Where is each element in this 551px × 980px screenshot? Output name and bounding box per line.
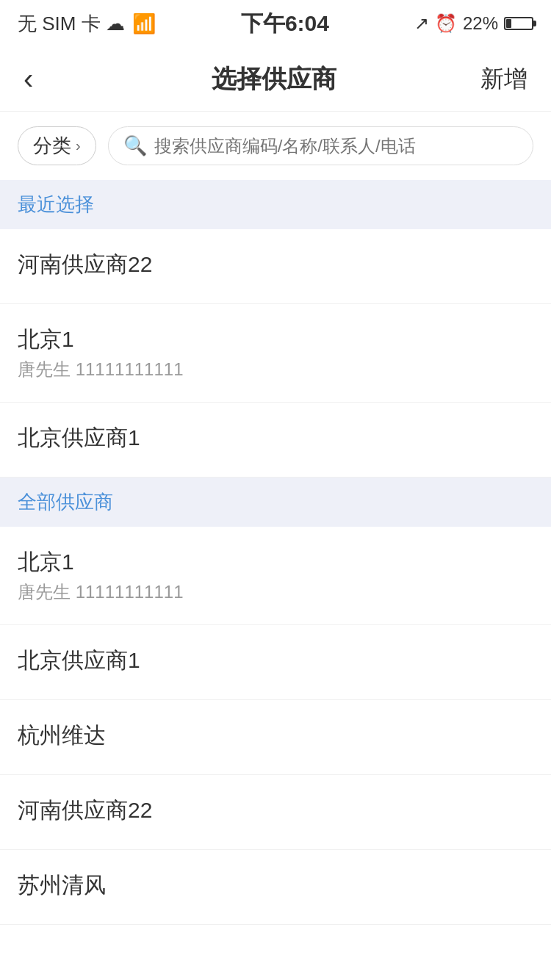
battery-icon <box>504 17 533 30</box>
alarm-icon: ⏰ <box>435 13 457 34</box>
category-label: 分类 <box>33 133 71 159</box>
item-name: 苏州清风 <box>18 871 533 901</box>
back-button[interactable]: ‹ <box>24 62 68 96</box>
page-title: 选择供应商 <box>212 62 336 96</box>
status-time: 下午6:04 <box>241 9 329 39</box>
all-section-header: 全部供应商 <box>0 478 551 527</box>
all-list-item[interactable]: 杭州维达 <box>0 700 551 775</box>
item-sub: 唐先生 11111111111 <box>18 358 533 381</box>
category-filter-button[interactable]: 分类 › <box>18 126 96 165</box>
search-icon: 🔍 <box>123 134 147 157</box>
recent-items-list: 河南供应商22北京1唐先生 11111111111北京供应商1 <box>0 229 551 478</box>
item-sub: 唐先生 11111111111 <box>18 580 533 604</box>
item-name: 杭州维达 <box>18 721 533 751</box>
item-name: 河南供应商22 <box>18 250 533 280</box>
nav-bar: ‹ 选择供应商 新增 <box>0 47 551 112</box>
status-bar: 无 SIM 卡 ☁ 📶 下午6:04 ↗ ⏰ 22% <box>0 0 551 47</box>
search-input[interactable] <box>154 136 518 156</box>
status-right: ↗ ⏰ 22% <box>414 13 533 34</box>
wifi-icon: 📶 <box>132 12 156 35</box>
sim-status: 无 SIM 卡 ☁ <box>18 11 125 37</box>
item-name: 北京1 <box>18 325 533 355</box>
filter-bar: 分类 › 🔍 <box>0 112 551 180</box>
item-name: 北京供应商1 <box>18 423 533 453</box>
all-list-item[interactable]: 北京1唐先生 11111111111 <box>0 527 551 625</box>
recent-list-item[interactable]: 北京1唐先生 11111111111 <box>0 304 551 403</box>
all-list-item[interactable]: 苏州清风 <box>0 850 551 925</box>
add-new-button[interactable]: 新增 <box>480 63 527 96</box>
all-list-item[interactable]: 河南供应商22 <box>0 775 551 850</box>
location-icon: ↗ <box>414 13 429 34</box>
item-name: 北京1 <box>18 547 533 577</box>
battery-percent: 22% <box>463 13 498 34</box>
all-list-item[interactable]: 北京供应商1 <box>0 625 551 700</box>
item-name: 北京供应商1 <box>18 646 533 676</box>
recent-list-item[interactable]: 北京供应商1 <box>0 403 551 478</box>
status-left: 无 SIM 卡 ☁ 📶 <box>18 11 156 37</box>
item-name: 河南供应商22 <box>18 796 533 826</box>
recent-section-header: 最近选择 <box>0 180 551 229</box>
search-box: 🔍 <box>108 126 533 165</box>
all-items-list: 北京1唐先生 11111111111北京供应商1杭州维达河南供应商22苏州清风 <box>0 527 551 925</box>
recent-list-item[interactable]: 河南供应商22 <box>0 229 551 304</box>
chevron-right-icon: › <box>76 137 81 154</box>
